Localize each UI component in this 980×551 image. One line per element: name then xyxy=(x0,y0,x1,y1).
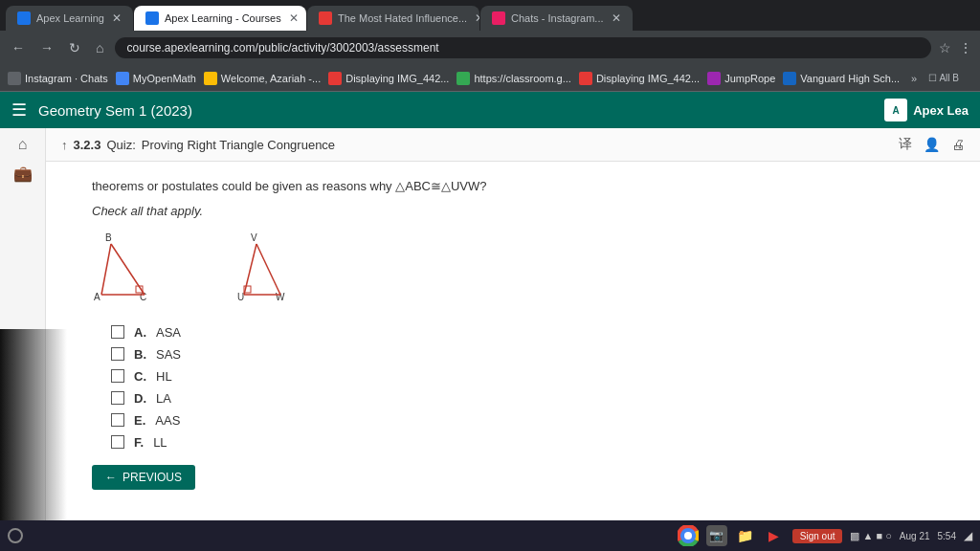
translate-icon[interactable]: 译 xyxy=(899,136,912,153)
answer-item-B: B. SAS xyxy=(111,347,934,362)
home-icon[interactable]: ⌂ xyxy=(18,136,28,153)
tab-apex-courses[interactable]: Apex Learning - Courses ✕ xyxy=(134,6,306,31)
reload-button[interactable]: ↻ xyxy=(65,38,84,57)
bookmark-label-vanguard: Vanguard High Sch... xyxy=(800,73,900,84)
taskbar-date: Aug 21 xyxy=(900,531,930,541)
menu-dots[interactable]: ⋮ xyxy=(959,40,972,55)
bookmark-icon-vanguard xyxy=(783,72,796,85)
bookmark-star[interactable]: ☆ xyxy=(939,40,951,55)
previous-button[interactable]: ← PREVIOUS xyxy=(92,465,195,490)
taskbar: 📷 📁 ▶ Sign out ▩ ▲ ■ ○ Aug 21 5:54 ◢ xyxy=(0,520,980,551)
checkbox-C[interactable] xyxy=(111,369,124,383)
taskbar-icons: 📷 📁 ▶ Sign out ▩ ▲ ■ ○ Aug 21 5:54 ◢ xyxy=(678,525,972,546)
bookmark-welcome[interactable]: Welcome, Azariah -... xyxy=(204,72,321,85)
answer-item-F: F. LL xyxy=(111,435,934,450)
answer-text-D: LA xyxy=(156,391,171,406)
svg-line-6 xyxy=(256,244,280,295)
bookmark-img2[interactable]: Displaying IMG_442... xyxy=(579,72,700,85)
apex-logo: A Apex Lea xyxy=(884,99,969,121)
bookmark-icon-welcome xyxy=(204,72,217,85)
checkbox-A[interactable] xyxy=(111,325,124,339)
tab-favicon-1 xyxy=(17,11,31,25)
content-area: ⌂ 💼 ↑ 3.2.3 Quiz: Proving Right Triangle… xyxy=(0,128,980,551)
sign-out-button[interactable]: Sign out xyxy=(792,529,843,543)
nav-title: Geometry Sem 1 (2023) xyxy=(38,102,884,119)
all-bookmarks[interactable]: ☐ All B xyxy=(928,73,959,83)
answer-text-C: HL xyxy=(156,369,172,384)
checkbox-E[interactable] xyxy=(111,413,124,427)
home-button[interactable]: ⌂ xyxy=(92,38,107,57)
answer-item-D: D. LA xyxy=(111,391,934,406)
apex-logo-label: Apex Lea xyxy=(913,103,969,118)
bookmark-label-instagram: Instagram · Chats xyxy=(25,73,108,84)
answer-text-A: ASA xyxy=(156,325,181,340)
check-all-text: Check all that apply. xyxy=(92,204,934,218)
answer-label-F: F. xyxy=(134,435,144,450)
checkbox-D[interactable] xyxy=(111,391,124,405)
bookmark-jumprope[interactable]: JumpRope xyxy=(707,72,775,85)
tab-favicon-3 xyxy=(319,11,332,25)
address-input[interactable] xyxy=(115,37,931,58)
tab-instagram[interactable]: Chats - Instagram... ✕ xyxy=(480,6,633,31)
briefcase-icon[interactable]: 💼 xyxy=(13,165,33,183)
answer-item-E: E. AAS xyxy=(111,413,934,428)
question-text: theorems or postulates could be given as… xyxy=(92,177,934,196)
tab-label-1: Apex Learning xyxy=(36,12,104,24)
answer-label-B: B. xyxy=(134,347,146,362)
taskbar-folder-icon[interactable]: 📁 xyxy=(735,525,756,546)
taskbar-chrome-icon[interactable] xyxy=(678,525,699,546)
wifi-icon: ◢ xyxy=(964,529,972,542)
apex-logo-icon: A xyxy=(884,99,907,121)
print-icon[interactable]: 🖨 xyxy=(951,137,965,152)
svg-line-0 xyxy=(101,244,111,295)
bookmark-label-img2: Displaying IMG_442... xyxy=(596,73,700,84)
quiz-type: Quiz: xyxy=(106,138,135,152)
quiz-header: ↑ 3.2.3 Quiz: Proving Right Triangle Con… xyxy=(46,128,980,162)
tab-label-2: Apex Learning - Courses xyxy=(165,12,281,24)
tab-close-1[interactable]: ✕ xyxy=(112,11,122,25)
accessibility-icon[interactable]: 👤 xyxy=(924,137,940,152)
tab-influence[interactable]: The Most Hated Influence... ✕ xyxy=(307,6,479,31)
vertex-A: A xyxy=(94,292,100,302)
tab-close-4[interactable]: ✕ xyxy=(612,11,621,25)
previous-arrow-icon: ← xyxy=(105,471,117,484)
taskbar-media-icon[interactable]: ▶ xyxy=(764,525,785,546)
question-area: theorems or postulates could be given as… xyxy=(46,162,980,505)
tab-close-2[interactable]: ✕ xyxy=(289,11,299,25)
checkbox-B[interactable] xyxy=(111,347,124,361)
main-content: ↑ 3.2.3 Quiz: Proving Right Triangle Con… xyxy=(46,128,980,551)
sidebar: ⌂ 💼 xyxy=(0,128,46,551)
bookmark-myopenmath[interactable]: MyOpenMath xyxy=(116,72,196,85)
triangle-diagram: B A C V U W xyxy=(92,230,934,306)
up-arrow-icon: ↑ xyxy=(61,138,68,152)
forward-button[interactable]: → xyxy=(36,38,57,57)
address-bar: ← → ↻ ⌂ ☆ ⋮ xyxy=(0,31,980,65)
back-button[interactable]: ← xyxy=(8,38,29,57)
bookmark-vanguard[interactable]: Vanguard High Sch... xyxy=(783,72,900,85)
more-bookmarks[interactable]: » xyxy=(911,73,917,84)
tab-apex-learning[interactable]: Apex Learning ✕ xyxy=(6,6,133,31)
bookmark-instagram[interactable]: Instagram · Chats xyxy=(8,72,108,85)
hamburger-menu[interactable]: ☰ xyxy=(11,99,27,121)
bookmark-classroom[interactable]: https://classroom.g... xyxy=(457,72,570,85)
bookmark-label-myopenmath: MyOpenMath xyxy=(133,73,196,84)
previous-label: PREVIOUS xyxy=(122,471,182,484)
answer-label-E: E. xyxy=(134,413,145,428)
bookmark-icon-instagram xyxy=(8,72,21,85)
svg-point-9 xyxy=(684,532,692,540)
bookmark-img1[interactable]: Displaying IMG_442... xyxy=(328,72,449,85)
checkbox-F[interactable] xyxy=(111,435,124,449)
taskbar-icon-row: ▩ ▲ ■ ○ xyxy=(850,530,891,542)
vertex-B: B xyxy=(105,232,112,243)
taskbar-camera-icon[interactable]: 📷 xyxy=(706,525,727,546)
bookmark-label-classroom: https://classroom.g... xyxy=(474,73,570,84)
taskbar-time: 5:54 xyxy=(938,531,956,541)
vertex-U: U xyxy=(237,292,244,302)
bookmark-icon-img2 xyxy=(579,72,592,85)
svg-line-2 xyxy=(111,244,145,295)
tab-label-4: Chats - Instagram... xyxy=(511,12,604,24)
tab-label-3: The Most Hated Influence... xyxy=(338,12,467,24)
tab-close-3[interactable]: ✕ xyxy=(475,11,479,25)
quiz-tools: 译 👤 🖨 xyxy=(899,136,965,153)
answer-list: A. ASA B. SAS C. HL D. xyxy=(111,325,934,450)
